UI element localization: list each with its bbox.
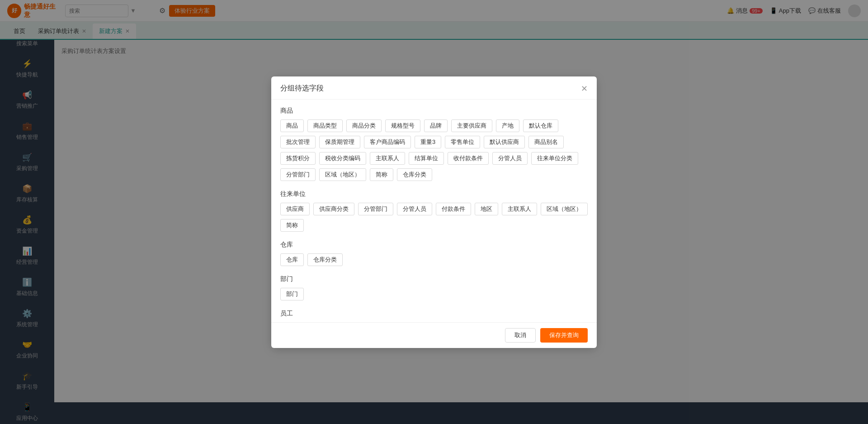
cancel-button[interactable]: 取消 <box>505 328 536 343</box>
section-dept-fields: 部门 <box>280 288 588 300</box>
field-warehouse[interactable]: 仓库 <box>280 253 304 266</box>
field-select-modal: 分组待选字段 ✕ 商品 商品 商品类型 商品分类 规格型号 品牌 主要供应商 产… <box>271 76 597 348</box>
section-warehouse: 仓库 仓库 仓库分类 <box>280 241 588 266</box>
field-short-name2[interactable]: 简称 <box>280 219 304 232</box>
field-payment-condition[interactable]: 付款条件 <box>436 203 471 215</box>
field-default-supplier[interactable]: 默认供应商 <box>484 136 525 148</box>
field-tax-code[interactable]: 税收分类编码 <box>319 152 366 165</box>
field-default-warehouse[interactable]: 默认仓库 <box>523 119 558 132</box>
field-partner-dept[interactable]: 分管部门 <box>358 203 393 215</box>
modal-body: 商品 商品 商品类型 商品分类 规格型号 品牌 主要供应商 产地 默认仓库 批次… <box>271 100 597 322</box>
modal-footer: 取消 保存并查询 <box>271 322 597 348</box>
section-partner-fields: 供应商 供应商分类 分管部门 分管人员 付款条件 地区 主联系人 区域（地区） … <box>280 203 588 232</box>
section-partner-title: 往来单位 <box>280 190 588 198</box>
field-customer-code[interactable]: 客户商品编码 <box>364 136 411 148</box>
field-dept[interactable]: 部门 <box>280 288 304 300</box>
field-partner-supervisor[interactable]: 分管人员 <box>397 203 432 215</box>
save-query-button[interactable]: 保存并查询 <box>540 328 588 343</box>
section-dept: 部门 部门 <box>280 275 588 300</box>
field-quality-mgmt[interactable]: 保质期管理 <box>319 136 360 148</box>
field-dept-in-charge[interactable]: 分管部门 <box>280 168 316 181</box>
section-warehouse-title: 仓库 <box>280 241 588 249</box>
field-weight3[interactable]: 重量3 <box>415 136 441 148</box>
section-dept-title: 部门 <box>280 275 588 283</box>
modal-header: 分组待选字段 ✕ <box>271 76 597 100</box>
section-goods-fields: 商品 商品类型 商品分类 规格型号 品牌 主要供应商 产地 默认仓库 批次管理 … <box>280 119 588 181</box>
field-region2[interactable]: 区域（地区） <box>541 203 588 215</box>
field-supervisor[interactable]: 分管人员 <box>492 152 528 165</box>
field-main-contact2[interactable]: 主联系人 <box>502 203 537 215</box>
field-settlement-unit[interactable]: 结算单位 <box>409 152 444 165</box>
modal-overlay: 分组待选字段 ✕ 商品 商品 商品类型 商品分类 规格型号 品牌 主要供应商 产… <box>0 0 868 424</box>
field-main-supplier[interactable]: 主要供应商 <box>451 119 492 132</box>
field-brand[interactable]: 品牌 <box>424 119 448 132</box>
section-goods-title: 商品 <box>280 107 588 115</box>
field-goods-type[interactable]: 商品类型 <box>307 119 343 132</box>
field-goods-spec[interactable]: 规格型号 <box>385 119 420 132</box>
field-warehouse-cat[interactable]: 仓库分类 <box>307 253 343 266</box>
field-warehouse-category[interactable]: 仓库分类 <box>397 168 432 181</box>
modal-title: 分组待选字段 <box>280 84 324 93</box>
field-goods-category[interactable]: 商品分类 <box>346 119 382 132</box>
field-pick-score[interactable]: 拣货积分 <box>280 152 316 165</box>
section-goods: 商品 商品 商品类型 商品分类 规格型号 品牌 主要供应商 产地 默认仓库 批次… <box>280 107 588 181</box>
field-main-contact[interactable]: 主联系人 <box>370 152 405 165</box>
field-region[interactable]: 区域（地区） <box>319 168 366 181</box>
field-area[interactable]: 地区 <box>475 203 498 215</box>
field-goods-alias[interactable]: 商品别名 <box>528 136 564 148</box>
field-supplier[interactable]: 供应商 <box>280 203 310 215</box>
section-employee: 员工 业务员 <box>280 310 588 322</box>
field-origin[interactable]: 产地 <box>496 119 519 132</box>
section-employee-title: 员工 <box>280 310 588 318</box>
field-supplier-category[interactable]: 供应商分类 <box>313 203 354 215</box>
field-retail-unit[interactable]: 零售单位 <box>445 136 480 148</box>
field-goods[interactable]: 商品 <box>280 119 304 132</box>
modal-close-icon[interactable]: ✕ <box>581 84 588 94</box>
section-partner: 往来单位 供应商 供应商分类 分管部门 分管人员 付款条件 地区 主联系人 区域… <box>280 190 588 232</box>
section-warehouse-fields: 仓库 仓库分类 <box>280 253 588 266</box>
field-partner-category[interactable]: 往来单位分类 <box>531 152 578 165</box>
field-batch-mgmt[interactable]: 批次管理 <box>280 136 316 148</box>
field-short-name[interactable]: 简称 <box>370 168 393 181</box>
field-payment-terms[interactable]: 收付款条件 <box>448 152 489 165</box>
